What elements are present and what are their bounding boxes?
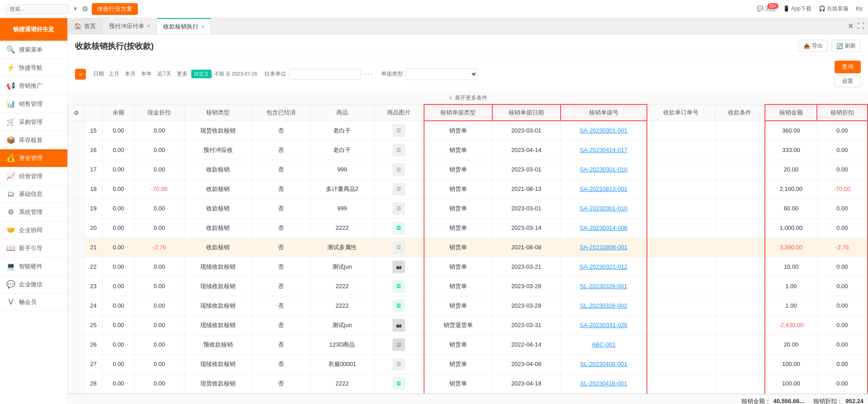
td-cancel-bill-no[interactable]: SA-20230331-026: [561, 315, 647, 335]
tab-maximize-btn[interactable]: ⛶: [857, 22, 864, 30]
td-receipt-condition: [715, 160, 765, 179]
product-image: 📷: [392, 319, 405, 332]
td-receipt-condition: [715, 296, 765, 315]
td-receipt-order-no: [647, 315, 715, 335]
top-search-input[interactable]: [5, 4, 69, 14]
td-cancel-bill-type: 销货单: [424, 354, 492, 374]
sidebar-item-purchase[interactable]: 🛒 采购管理: [0, 113, 67, 131]
td-included-settled: 否: [252, 121, 311, 140]
product-image: 🖼: [392, 124, 405, 137]
td-cancel-bill-no[interactable]: SA-20230414-017: [561, 140, 647, 160]
col-receipt-order-no: 收款单订单号: [647, 105, 715, 121]
td-cancel-bill-no[interactable]: SA-20210813-001: [561, 179, 647, 199]
sidebar-item-search[interactable]: 🔍 搜索菜单: [0, 41, 67, 59]
tab-close-receipt[interactable]: ×: [201, 24, 204, 30]
td-cancel-amount: 333.00: [765, 140, 817, 160]
order-type-select[interactable]: [406, 68, 478, 80]
td-cancel-bill-type: 销货单: [424, 199, 492, 218]
export-button[interactable]: 📤 导出: [798, 40, 828, 52]
sidebar-item-inventory[interactable]: 📦 库存核算: [0, 131, 67, 149]
sidebar-item-label: 销售管理: [19, 100, 42, 108]
td-product-image: 🖼: [374, 179, 424, 199]
date-more[interactable]: 更多: [175, 69, 189, 79]
table-container: ⚙ 余额 现金折扣 核销类型 包含已结清 商品 商品图片 核销单据类型 核销单据…: [68, 104, 868, 404]
table-row: 16 0.00 0.00 预付冲应收 否 老白干 🖼 销货单 2023-04-1…: [68, 140, 868, 160]
td-cancel-bill-date: 2021-08-08: [492, 238, 561, 257]
sidebar-item-hardware[interactable]: 💻 智能硬件: [0, 257, 67, 276]
td-cancel-bill-no[interactable]: SL-20230328-002: [561, 296, 647, 315]
td-cancel-bill-type: 销货单: [424, 160, 492, 179]
td-cancel-bill-no[interactable]: SL-20230418-001: [561, 374, 647, 393]
sidebar-item-system[interactable]: ⚙ 系统管理: [0, 203, 67, 221]
sidebar-item-guide[interactable]: 📖 新手引导: [0, 239, 67, 257]
tab-receipt-cancel[interactable]: 收款核销执行 ×: [157, 18, 211, 34]
expand-more-bar[interactable]: ∨ 展开更多条件: [68, 92, 868, 104]
table-row: 24 0.00 0.00 现续收款核销 否 2222 🖼 销货单 2023-03…: [68, 296, 868, 315]
td-receipt-order-no: [647, 121, 715, 140]
sidebar-item-quicknav[interactable]: ⚡ 快捷导航: [0, 59, 67, 77]
col-product: 商品: [310, 105, 374, 121]
td-cancel-bill-no[interactable]: SL-20230408-001: [561, 354, 647, 374]
td-cancel-type: 收款核销: [184, 238, 251, 257]
date-last-month[interactable]: 上月: [107, 69, 121, 79]
tab-close-prepay[interactable]: ×: [147, 23, 150, 29]
td-cash-discount: 0.00: [134, 315, 184, 335]
query-button[interactable]: 查询: [835, 61, 861, 73]
industry-btn[interactable]: 休验行业方案: [92, 3, 138, 15]
sidebar-item-operations[interactable]: 📈 经营管理: [0, 167, 67, 185]
message-icon[interactable]: 💬: [757, 5, 764, 12]
sidebar-item-collab[interactable]: 🤝 企业协同: [0, 221, 67, 239]
td-cancel-bill-no[interactable]: SA-20230301-010: [561, 199, 647, 218]
tab-prepay[interactable]: 预付冲应付单 ×: [103, 18, 157, 34]
col-cancel-amount: 核销金额: [765, 105, 817, 121]
filter-dots[interactable]: ···: [364, 70, 374, 78]
td-cancel-bill-date: 2021-08-13: [492, 179, 561, 199]
app-download-label[interactable]: 📱 App下载: [783, 5, 811, 13]
chevron-down-icon: ▼: [72, 5, 78, 12]
td-cancel-amount: 3,390.00: [765, 238, 817, 257]
td-cancel-bill-no[interactable]: SL-20230328-001: [561, 276, 647, 296]
sidebar-item-wechat[interactable]: 💬 企业微信: [0, 276, 67, 294]
date-this-month[interactable]: 本月: [123, 69, 137, 79]
table-row: 27 0.00 0.00 现续收款核销 否 衣服00001 🖼 销货单 2023…: [68, 354, 868, 374]
date-7days[interactable]: 近7天: [156, 69, 173, 79]
sidebar-item-basicinfo[interactable]: 🗂 基础信息: [0, 185, 67, 203]
table-row: 21 0.00 -2.76 收款核销 否 测试多属性 🖼 销货单 2021-08…: [68, 238, 868, 257]
td-cash-discount: 0.00: [134, 121, 184, 140]
page-title: 收款核销执行(按收款): [75, 41, 154, 52]
col-receipt-condition: 收款条件: [715, 105, 765, 121]
date-custom-btn[interactable]: 自定义: [191, 70, 212, 78]
td-cancel-discount: 0.00: [817, 160, 868, 179]
td-cancel-bill-no[interactable]: ABC-001: [561, 335, 647, 354]
product-image: 🖼: [392, 299, 405, 312]
td-cancel-bill-no[interactable]: SA-20230314-008: [561, 218, 647, 238]
col-settings[interactable]: ⚙: [68, 105, 85, 121]
sales-icon: 📊: [6, 100, 15, 108]
td-cancel-bill-no[interactable]: SA-20210808-001: [561, 238, 647, 257]
td-cancel-discount: 0.00: [817, 257, 868, 276]
td-cancel-bill-no[interactable]: SA-20230301-010: [561, 160, 647, 179]
date-this-year[interactable]: 本年: [139, 69, 154, 79]
online-service-label[interactable]: 🎧 在线客服: [819, 5, 849, 13]
sidebar-item-finance[interactable]: 💰 资金管理: [0, 149, 67, 167]
sidebar-item-vip[interactable]: V 畅会员: [0, 294, 67, 311]
counterparty-input[interactable]: [289, 69, 361, 80]
td-cancel-bill-type: 销货单: [424, 179, 492, 199]
td-cancel-bill-no[interactable]: SA-20230321-012: [561, 257, 647, 276]
table-row: 15 0.00 0.00 现货收款核销 否 老白干 🖼 销货单 2023-03-…: [68, 121, 868, 140]
tab-home[interactable]: 🏠 首页: [68, 18, 103, 34]
refresh-button[interactable]: 🔄 刷新: [831, 40, 861, 52]
table-row: 17 0.00 0.00 收款核销 否 999 🖼 销货单 2023-03-01…: [68, 160, 868, 179]
sidebar-item-sales[interactable]: 📊 销售管理: [0, 95, 67, 113]
td-cancel-type: 现续收款核销: [184, 354, 251, 374]
filter-toggle-button[interactable]: »: [75, 69, 86, 80]
tab-close-btn[interactable]: ✕: [848, 22, 854, 30]
td-settings: [68, 179, 85, 199]
td-cancel-bill-date: 2022-04-14: [492, 335, 561, 354]
gear-icon[interactable]: ⚙: [82, 5, 88, 13]
filter-settings-button[interactable]: 设置: [835, 75, 861, 87]
td-cancel-bill-no[interactable]: SA-20230301-001: [561, 121, 647, 140]
col-cancel-discount: 核销折扣: [817, 105, 868, 121]
sidebar-item-marketing[interactable]: 📢 营销推广: [0, 77, 67, 95]
td-cancel-discount: 0.00: [817, 315, 868, 335]
